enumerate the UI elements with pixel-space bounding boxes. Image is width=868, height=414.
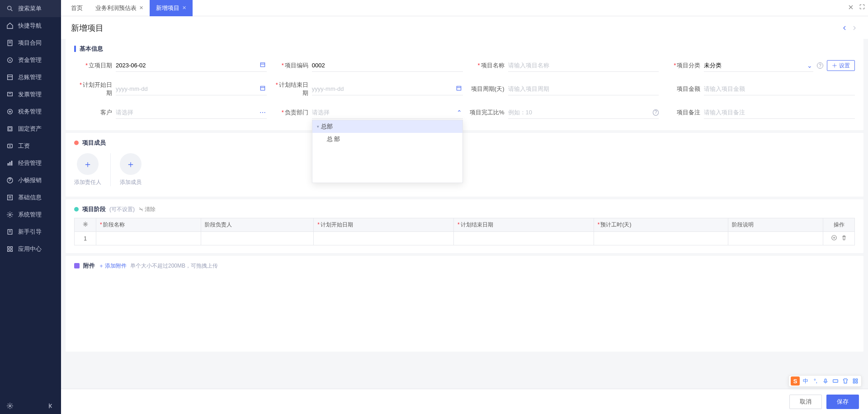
clear-stages-link[interactable]: 清除 bbox=[138, 206, 156, 213]
sidebar-item-reimburse[interactable]: 小畅报销 bbox=[0, 172, 61, 189]
sidebar-item-tax[interactable]: 税务管理 bbox=[0, 103, 61, 120]
add-responsible-button[interactable]: ＋ bbox=[77, 153, 99, 175]
tab-new-project[interactable]: 新增项目✕ bbox=[150, 0, 193, 16]
add-responsible: ＋ 添加责任人 bbox=[74, 153, 101, 186]
delete-row-icon[interactable] bbox=[841, 235, 847, 242]
cell-stage-name[interactable] bbox=[96, 232, 201, 245]
calendar-icon[interactable] bbox=[455, 85, 463, 93]
invoice-icon bbox=[6, 91, 14, 98]
sidebar-item-basic-info[interactable]: 基础信息 bbox=[0, 189, 61, 206]
add-row-icon[interactable] bbox=[831, 235, 837, 242]
cell-est-hours[interactable] bbox=[594, 232, 728, 245]
collapse-icon[interactable] bbox=[47, 402, 55, 409]
close-icon[interactable]: ✕ bbox=[139, 5, 143, 11]
sidebar-item-quick-nav[interactable]: 快捷导航 bbox=[0, 17, 61, 34]
tab-profit-estimate[interactable]: 业务利润预估表✕ bbox=[89, 0, 150, 16]
ime-toolbox-icon[interactable] bbox=[851, 377, 859, 385]
sidebar-item-apps[interactable]: 应用中心 bbox=[0, 240, 61, 258]
dropdown-option-label: 总部 bbox=[321, 122, 333, 131]
form-label: 计划开始日期 bbox=[83, 81, 112, 96]
svg-rect-9 bbox=[8, 92, 13, 96]
dropdown-option[interactable]: ▾总部 bbox=[312, 120, 462, 133]
svg-rect-34 bbox=[260, 86, 264, 90]
page-title: 新增项目 bbox=[71, 23, 104, 33]
sidebar-item-assets[interactable]: 固定资产 bbox=[0, 120, 61, 137]
add-attachment-link[interactable]: ＋ 添加附件 bbox=[99, 262, 127, 270]
calendar-icon[interactable] bbox=[259, 61, 267, 69]
section-icon bbox=[74, 141, 79, 145]
plan-end-input[interactable] bbox=[312, 85, 455, 92]
svg-point-0 bbox=[8, 6, 11, 10]
cell-operations bbox=[823, 232, 855, 245]
settings-icon[interactable] bbox=[6, 402, 14, 409]
department-select[interactable] bbox=[312, 109, 456, 116]
more-icon[interactable]: ⋯ bbox=[259, 109, 267, 116]
add-responsible-label: 添加责任人 bbox=[74, 179, 101, 186]
wallet-icon: ¥ bbox=[6, 56, 14, 64]
ime-lang-icon[interactable]: 中 bbox=[802, 377, 810, 385]
svg-rect-45 bbox=[856, 381, 858, 383]
cancel-button[interactable]: 取消 bbox=[789, 395, 822, 409]
svg-point-38 bbox=[85, 223, 86, 225]
cell-stage-desc[interactable] bbox=[728, 232, 823, 245]
svg-rect-31 bbox=[260, 63, 264, 67]
chart-icon bbox=[6, 160, 14, 167]
asset-icon bbox=[6, 125, 14, 132]
gear-column-header[interactable] bbox=[75, 218, 96, 232]
chevron-up-icon[interactable]: ⌃ bbox=[456, 109, 463, 116]
expand-icon[interactable]: ▾ bbox=[317, 124, 319, 129]
plan-start-input[interactable] bbox=[116, 85, 259, 92]
sidebar-item-guide[interactable]: 新手引导 bbox=[0, 223, 61, 240]
sidebar-item-funds[interactable]: ¥资金管理 bbox=[0, 52, 61, 69]
sidebar-item-system[interactable]: 系统管理 bbox=[0, 206, 61, 223]
chevron-down-icon[interactable]: ⌄ bbox=[806, 62, 813, 69]
sidebar-item-salary[interactable]: 工资 bbox=[0, 137, 61, 155]
ime-punct-icon[interactable]: °, bbox=[811, 377, 820, 385]
svg-line-1 bbox=[11, 9, 12, 11]
project-period-input[interactable] bbox=[508, 85, 659, 92]
sidebar-item-ledger[interactable]: 总账管理 bbox=[0, 69, 61, 86]
add-member-button[interactable]: ＋ bbox=[120, 153, 142, 175]
project-code-input[interactable] bbox=[312, 62, 463, 69]
section-hint: (可不设置) bbox=[109, 206, 135, 213]
help-icon[interactable]: ? bbox=[817, 62, 823, 69]
svg-rect-27 bbox=[8, 249, 9, 251]
form-label: 计划结束日期 bbox=[279, 81, 308, 96]
tab-home[interactable]: 首页 bbox=[65, 0, 89, 16]
project-name-input[interactable] bbox=[508, 62, 659, 69]
save-button[interactable]: 保存 bbox=[826, 395, 859, 409]
table-header-row: *阶段名称 阶段负责人 *计划开始日期 *计划结束日期 *预计工时(天) 阶段说… bbox=[75, 218, 855, 232]
settings-button[interactable]: 设置 bbox=[827, 60, 855, 71]
project-category-select[interactable] bbox=[704, 62, 806, 69]
svg-rect-44 bbox=[853, 381, 855, 383]
help-icon[interactable]: ? bbox=[653, 109, 659, 116]
cell-plan-start[interactable] bbox=[314, 232, 454, 245]
project-amount-input[interactable] bbox=[704, 85, 855, 92]
tab-label: 新增项目 bbox=[156, 4, 179, 12]
ime-toolbar[interactable]: S 中 °, bbox=[788, 375, 862, 387]
ime-skin-icon[interactable] bbox=[841, 377, 849, 385]
project-note-input[interactable] bbox=[704, 109, 855, 116]
ime-keyboard-icon[interactable] bbox=[831, 377, 840, 385]
cell-plan-end[interactable] bbox=[454, 232, 594, 245]
ledger-icon bbox=[6, 74, 14, 81]
search-menu[interactable]: 搜索菜单 bbox=[0, 0, 61, 17]
tabs-close-icon[interactable] bbox=[847, 4, 854, 12]
cell-stage-owner[interactable] bbox=[201, 232, 314, 245]
svg-point-23 bbox=[9, 214, 11, 216]
ime-logo-icon[interactable]: S bbox=[791, 376, 800, 386]
fullscreen-icon[interactable] bbox=[859, 4, 865, 11]
sidebar-item-project-contract[interactable]: 项目合同 bbox=[0, 34, 61, 52]
completion-ratio-input[interactable] bbox=[508, 109, 651, 116]
sidebar-item-business[interactable]: 经营管理 bbox=[0, 155, 61, 172]
project-date-input[interactable] bbox=[116, 62, 259, 69]
customer-select[interactable] bbox=[116, 109, 259, 116]
sidebar-item-invoice[interactable]: 发票管理 bbox=[0, 86, 61, 103]
prev-icon[interactable] bbox=[841, 24, 848, 32]
table-row[interactable]: 1 bbox=[75, 232, 855, 245]
calendar-icon[interactable] bbox=[259, 85, 267, 93]
close-icon[interactable]: ✕ bbox=[182, 5, 186, 11]
next-icon[interactable] bbox=[851, 24, 858, 32]
dropdown-option[interactable]: 总 部 bbox=[312, 133, 462, 146]
ime-mic-icon[interactable] bbox=[821, 377, 830, 385]
